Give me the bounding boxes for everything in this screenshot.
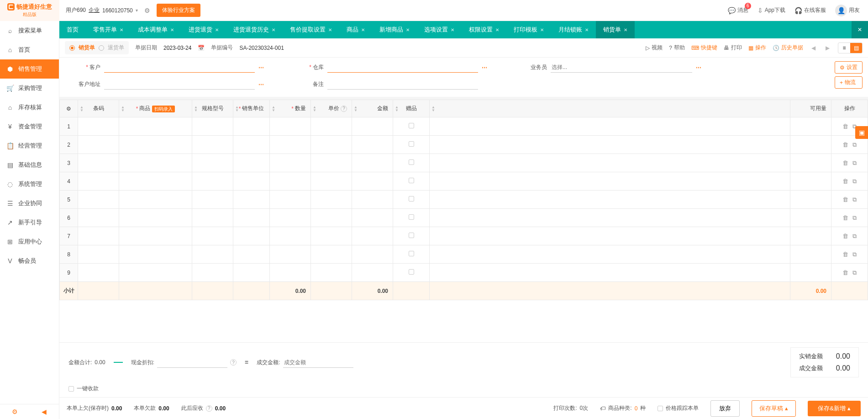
- table-row[interactable]: 5🗑 ⧉: [60, 191, 868, 209]
- calendar-icon[interactable]: 📅: [198, 45, 205, 51]
- radio-sale[interactable]: [69, 45, 75, 51]
- copy-row-icon[interactable]: ⧉: [851, 233, 858, 239]
- card-view-icon[interactable]: ▤: [850, 43, 862, 53]
- app-download-button[interactable]: ⇩ App下载: [758, 6, 785, 14]
- table-row[interactable]: 2🗑 ⧉: [60, 136, 868, 154]
- col-barcode[interactable]: ▲▼条码: [78, 100, 119, 117]
- copy-row-icon[interactable]: ⧉: [851, 196, 858, 203]
- close-tab-icon[interactable]: ✕: [540, 27, 544, 32]
- next-doc-icon[interactable]: ▶: [824, 45, 831, 51]
- close-tab-icon[interactable]: ✕: [361, 27, 365, 32]
- close-tab-icon[interactable]: ✕: [328, 27, 332, 32]
- sidebar-item-1[interactable]: ⌂首页: [0, 40, 59, 59]
- col-price[interactable]: ▲▼单价 ?: [311, 100, 352, 117]
- view-toggle[interactable]: ≡ ▤: [838, 42, 863, 53]
- gift-checkbox[interactable]: [409, 251, 414, 256]
- close-tab-icon[interactable]: ✕: [585, 27, 589, 32]
- copy-row-icon[interactable]: ⧉: [851, 214, 858, 221]
- tab-12[interactable]: 销货单✕: [596, 21, 635, 38]
- tenant-selector[interactable]: 用户690企业1660120750 ▾: [66, 6, 138, 14]
- doc-date-value[interactable]: 2023-03-24: [163, 45, 191, 51]
- radio-return[interactable]: [99, 45, 104, 51]
- address-picker-icon[interactable]: ⋯: [258, 81, 264, 88]
- sidebar-item-8[interactable]: ◌系统管理: [0, 175, 59, 194]
- salesman-input[interactable]: [551, 62, 692, 73]
- salesman-picker-icon[interactable]: ⋯: [696, 64, 702, 71]
- help-icon[interactable]: ?: [230, 359, 237, 366]
- print-link[interactable]: 🖶打印: [724, 44, 742, 52]
- sidebar-item-2[interactable]: ⬢销售管理: [0, 59, 59, 79]
- collapse-sidebar-icon[interactable]: ◀: [30, 404, 59, 419]
- list-view-icon[interactable]: ≡: [838, 43, 850, 53]
- tab-3[interactable]: 进货退货✕: [181, 21, 226, 38]
- delete-row-icon[interactable]: 🗑: [841, 233, 850, 239]
- close-tab-icon[interactable]: ✕: [406, 27, 410, 32]
- tab-10[interactable]: 打印模板✕: [506, 21, 551, 38]
- gear-icon[interactable]: ⚙: [144, 7, 150, 14]
- delete-row-icon[interactable]: 🗑: [841, 123, 850, 130]
- doc-mode-toggle[interactable]: 销货单 退货单: [65, 41, 129, 54]
- tab-1[interactable]: 零售开单✕: [86, 21, 131, 38]
- close-tab-icon[interactable]: ✕: [120, 27, 123, 32]
- tab-4[interactable]: 进货退货历史✕: [226, 21, 283, 38]
- collect-checkbox[interactable]: [68, 386, 74, 392]
- sidebar-item-7[interactable]: ▤基础信息: [0, 155, 59, 175]
- close-all-tabs-button[interactable]: ✕: [852, 21, 868, 38]
- warehouse-input[interactable]: [327, 62, 478, 73]
- gift-checkbox[interactable]: [409, 123, 414, 128]
- sidebar-item-12[interactable]: V畅会员: [0, 251, 59, 270]
- discard-button[interactable]: 放弃: [710, 400, 740, 417]
- help-icon[interactable]: ?: [206, 405, 212, 412]
- history-link[interactable]: 🕓历史单据: [773, 44, 803, 52]
- table-row[interactable]: 7🗑 ⧉: [60, 227, 868, 245]
- close-tab-icon[interactable]: ✕: [495, 27, 499, 32]
- prev-doc-icon[interactable]: ◀: [810, 45, 817, 51]
- close-tab-icon[interactable]: ✕: [170, 27, 174, 32]
- tab-2[interactable]: 成本调整单✕: [131, 21, 181, 38]
- delete-row-icon[interactable]: 🗑: [841, 178, 850, 185]
- settings-button[interactable]: ⚙设置: [835, 61, 863, 74]
- delete-row-icon[interactable]: 🗑: [841, 141, 850, 148]
- gift-checkbox[interactable]: [409, 141, 414, 147]
- tab-7[interactable]: 新增商品✕: [372, 21, 417, 38]
- close-tab-icon[interactable]: ✕: [624, 27, 627, 32]
- table-row[interactable]: 8🗑 ⧉: [60, 245, 868, 264]
- video-link[interactable]: ▷视频: [646, 44, 663, 52]
- close-tab-icon[interactable]: ✕: [215, 27, 219, 32]
- col-avail[interactable]: 可用量: [790, 100, 831, 117]
- table-row[interactable]: 9🗑 ⧉: [60, 264, 868, 282]
- messages-button[interactable]: 💬 消息 6: [728, 6, 748, 14]
- tab-0[interactable]: 首页: [59, 21, 86, 38]
- ops-link[interactable]: ▦操作: [748, 44, 766, 52]
- tab-5[interactable]: 售价提取设置✕: [283, 21, 339, 38]
- industry-plan-button[interactable]: 体验行业方案: [157, 4, 200, 17]
- col-gear[interactable]: ⚙: [60, 100, 78, 117]
- logistics-button[interactable]: +物流: [835, 76, 863, 89]
- close-tab-icon[interactable]: ✕: [272, 27, 275, 32]
- delete-row-icon[interactable]: 🗑: [841, 159, 850, 166]
- col-spec[interactable]: ▲▼规格型号: [192, 100, 233, 117]
- help-link[interactable]: ?帮助: [669, 44, 685, 52]
- help-icon[interactable]: ?: [341, 106, 347, 112]
- gift-checkbox[interactable]: [409, 214, 414, 220]
- sidebar-item-3[interactable]: 🛒采购管理: [0, 79, 59, 98]
- address-input[interactable]: [104, 79, 255, 90]
- settings-footer-icon[interactable]: ⚙: [0, 404, 30, 419]
- close-tab-icon[interactable]: ✕: [451, 27, 454, 32]
- sidebar-item-9[interactable]: ☰企业协同: [0, 194, 59, 213]
- sidebar-item-11[interactable]: ⊞应用中心: [0, 232, 59, 251]
- user-menu[interactable]: 👤 用友: [835, 5, 860, 16]
- tab-11[interactable]: 月结锁账✕: [551, 21, 596, 38]
- support-button[interactable]: 🎧 在线客服: [794, 6, 826, 14]
- sidebar-item-4[interactable]: ⌂库存核算: [0, 98, 59, 117]
- price-track[interactable]: 价格跟踪本单: [658, 404, 699, 412]
- sidebar-item-5[interactable]: ¥资金管理: [0, 117, 59, 136]
- gift-checkbox[interactable]: [409, 196, 414, 202]
- copy-row-icon[interactable]: ⧉: [851, 251, 858, 258]
- warehouse-picker-icon[interactable]: ⋯: [482, 64, 488, 71]
- col-amount[interactable]: ▲▼金额: [352, 100, 393, 117]
- copy-row-icon[interactable]: ⧉: [851, 159, 858, 166]
- remark-input[interactable]: [327, 79, 478, 90]
- tab-9[interactable]: 权限设置✕: [462, 21, 506, 38]
- copy-row-icon[interactable]: ⧉: [851, 178, 858, 185]
